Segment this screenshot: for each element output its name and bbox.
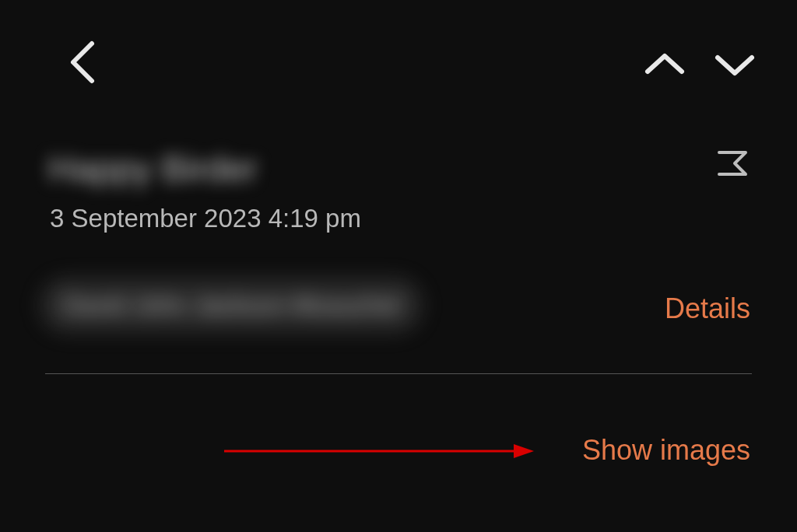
next-message-button[interactable] <box>711 45 758 84</box>
sender-name: David John Jackson-Musuchel <box>62 291 400 319</box>
previous-message-button[interactable] <box>641 45 688 84</box>
svg-marker-1 <box>514 444 534 458</box>
annotation-arrow <box>224 450 534 452</box>
flag-icon <box>714 149 750 185</box>
sender-chip[interactable]: David John Jackson-Musuchel <box>39 277 423 334</box>
show-images-link[interactable]: Show images <box>582 434 750 467</box>
chevron-left-icon <box>61 39 107 86</box>
flag-button[interactable] <box>714 149 750 185</box>
top-bar <box>0 31 797 86</box>
email-view-screen: Happy Birder 3 September 2023 4:19 pm Da… <box>0 0 797 532</box>
email-timestamp: 3 September 2023 4:19 pm <box>50 204 361 233</box>
header-divider <box>45 373 752 374</box>
chevron-down-icon <box>711 45 758 84</box>
email-subject: Happy Birder <box>48 148 257 190</box>
back-button[interactable] <box>61 39 107 86</box>
details-link[interactable]: Details <box>665 292 750 325</box>
chevron-up-icon <box>641 45 688 84</box>
